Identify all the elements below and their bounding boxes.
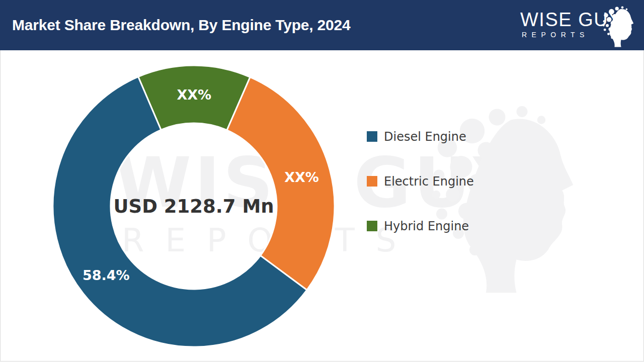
- legend-item-hybrid-engine: Hybrid Engine: [367, 219, 474, 233]
- chart-center-value: USD 2128.7 Mn: [113, 196, 274, 217]
- report-header: Market Share Breakdown, By Engine Type, …: [0, 0, 644, 50]
- slice-label-diesel-engine: 58.4%: [83, 267, 130, 283]
- slice-label-hybrid-engine: XX%: [177, 87, 211, 103]
- legend-item-diesel-engine: Diesel Engine: [367, 129, 474, 144]
- chart-legend: Diesel Engine Electric Engine Hybrid Eng…: [367, 129, 474, 263]
- legend-swatch-electric: [367, 176, 377, 187]
- legend-swatch-diesel: [367, 131, 377, 142]
- wise-guy-reports-logo: WISE GUY REPORTS: [520, 4, 637, 47]
- legend-swatch-hybrid: [367, 221, 377, 231]
- page-title: Market Share Breakdown, By Engine Type, …: [12, 17, 351, 34]
- slice-label-electric-engine: XX%: [284, 169, 319, 185]
- donut-chart: USD 2128.7 Mn XX%XX%58.4%: [0, 50, 644, 362]
- legend-label-diesel: Diesel Engine: [384, 130, 466, 144]
- legend-label-electric: Electric Engine: [384, 174, 474, 189]
- legend-label-hybrid: Hybrid Engine: [384, 219, 469, 233]
- logo-head-icon: [600, 5, 639, 47]
- legend-item-electric-engine: Electric Engine: [367, 174, 474, 189]
